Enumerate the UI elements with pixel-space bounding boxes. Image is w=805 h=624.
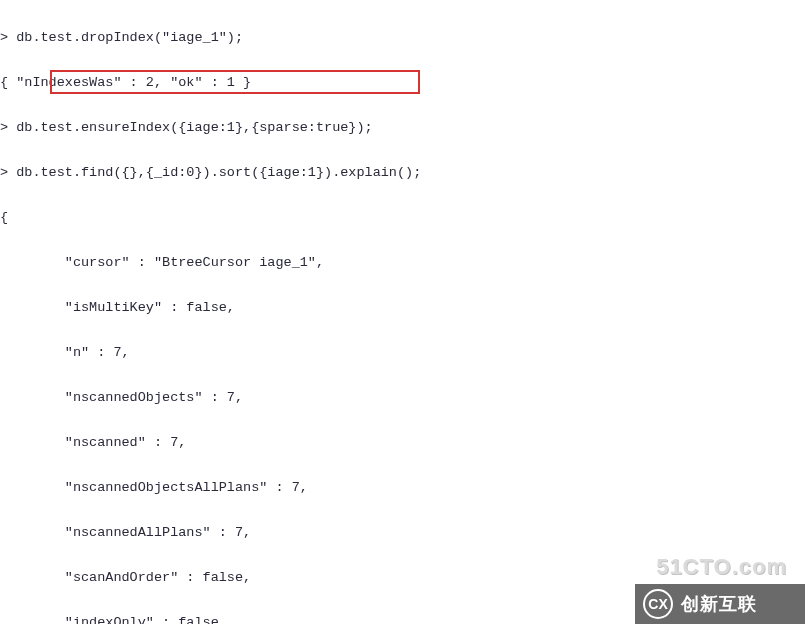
output-line: "nscannedObjectsAllPlans" : 7, — [0, 480, 805, 495]
output-line: "nscannedAllPlans" : 7, — [0, 525, 805, 540]
output-line: "isMultiKey" : false, — [0, 300, 805, 315]
output-line: > db.test.dropIndex("iage_1"); — [0, 30, 805, 45]
logo-icon: CX — [643, 589, 673, 619]
output-line: "n" : 7, — [0, 345, 805, 360]
logo: CX 创新互联 — [635, 584, 805, 624]
output-line: { "nIndexesWas" : 2, "ok" : 1 } — [0, 75, 805, 90]
output-line: > db.test.find({},{_id:0}).sort({iage:1}… — [0, 165, 805, 180]
logo-text: 创新互联 — [681, 597, 757, 612]
terminal-output: > db.test.dropIndex("iage_1"); { "nIndex… — [0, 0, 805, 624]
output-line: "nscanned" : 7, — [0, 435, 805, 450]
output-line: "nscannedObjects" : 7, — [0, 390, 805, 405]
output-line: "cursor" : "BtreeCursor iage_1", — [0, 255, 805, 270]
watermark: 51CTO.com — [656, 559, 787, 574]
output-line: { — [0, 210, 805, 225]
output-line: > db.test.ensureIndex({iage:1},{sparse:t… — [0, 120, 805, 135]
